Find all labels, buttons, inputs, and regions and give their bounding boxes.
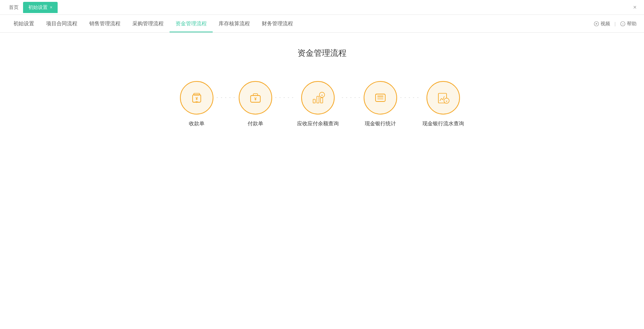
window-close-button[interactable]: × bbox=[630, 4, 640, 11]
receipt-icon: ¥ bbox=[189, 90, 205, 106]
flow-label-cash-bank-flow: 现金银行流水查询 bbox=[422, 120, 464, 127]
flow-arrow-4: - - - - - bbox=[397, 95, 422, 100]
video-link[interactable]: 视频 bbox=[594, 20, 610, 27]
flow-item-balance-query[interactable]: ¥ 应收应付余额查询 bbox=[297, 81, 339, 127]
svg-text:¥: ¥ bbox=[254, 97, 257, 101]
nav-fund-mgmt[interactable]: 资金管理流程 bbox=[170, 15, 213, 32]
flow-label-receipt: 收款单 bbox=[189, 120, 205, 127]
svg-text:¥: ¥ bbox=[445, 100, 447, 103]
balance-query-icon: ¥ bbox=[310, 90, 326, 106]
svg-rect-11 bbox=[317, 96, 319, 103]
play-circle-icon bbox=[594, 21, 599, 26]
help-link[interactable]: ? 帮助 bbox=[620, 20, 637, 27]
flow-item-cash-bank-flow[interactable]: ¥ 现金银行流水查询 bbox=[422, 81, 464, 127]
nav-inventory-calc[interactable]: 库存核算流程 bbox=[213, 15, 256, 32]
flow-label-payment: 付款单 bbox=[248, 120, 263, 127]
svg-rect-12 bbox=[321, 98, 323, 103]
cash-bank-flow-icon: ¥ bbox=[435, 90, 451, 106]
tab-label: 初始设置 bbox=[28, 4, 48, 11]
svg-marker-1 bbox=[596, 23, 598, 25]
svg-text:?: ? bbox=[622, 22, 624, 26]
tab-close-icon[interactable]: × bbox=[50, 5, 52, 10]
svg-rect-15 bbox=[376, 94, 385, 101]
flow-circle-balance-query: ¥ bbox=[301, 81, 335, 114]
svg-text:¥: ¥ bbox=[321, 94, 323, 97]
flow-arrow-2: - - - - - bbox=[272, 95, 297, 100]
nav-project-contract[interactable]: 项目合同流程 bbox=[40, 15, 83, 32]
home-tab[interactable]: 首页 bbox=[4, 4, 23, 11]
flow-item-payment[interactable]: ¥ 付款单 bbox=[239, 81, 272, 127]
question-circle-icon: ? bbox=[620, 21, 625, 26]
nav-bar: 初始设置 项目合同流程 销售管理流程 采购管理流程 资金管理流程 库存核算流程 … bbox=[0, 15, 644, 33]
flow-arrow-1: - - - - - bbox=[213, 95, 238, 100]
flow-label-balance-query: 应收应付余额查询 bbox=[297, 120, 339, 127]
flow-circle-payment: ¥ bbox=[239, 81, 272, 114]
page-title: 资金管理流程 bbox=[7, 48, 637, 59]
flow-label-cash-bank-stats: 现金银行统计 bbox=[365, 120, 396, 127]
cash-bank-stats-icon bbox=[372, 90, 389, 106]
flow-circle-cash-bank-stats bbox=[364, 81, 397, 114]
svg-rect-5 bbox=[194, 93, 200, 95]
flow-row: ¥ 收款单 - - - - - ¥ 付款单 bbox=[7, 81, 637, 127]
flow-arrow-3: - - - - - bbox=[339, 95, 364, 100]
flow-circle-cash-bank-flow: ¥ bbox=[426, 81, 460, 114]
payment-icon: ¥ bbox=[247, 90, 264, 106]
main-content: 资金管理流程 ¥ 收款单 - - - - - bbox=[0, 33, 644, 329]
top-bar-right: × bbox=[630, 4, 640, 11]
flow-circle-receipt: ¥ bbox=[180, 81, 213, 114]
nav-finance-mgmt[interactable]: 财务管理流程 bbox=[256, 15, 299, 32]
nav-purchase-mgmt[interactable]: 采购管理流程 bbox=[126, 15, 170, 32]
nav-sales-mgmt[interactable]: 销售管理流程 bbox=[83, 15, 126, 32]
svg-rect-10 bbox=[313, 99, 315, 103]
initial-setup-tab[interactable]: 初始设置 × bbox=[23, 2, 58, 13]
flow-item-receipt[interactable]: ¥ 收款单 bbox=[180, 81, 213, 127]
flow-item-cash-bank-stats[interactable]: 现金银行统计 bbox=[364, 81, 397, 127]
nav-right-actions: 视频 | ? 帮助 bbox=[594, 20, 637, 27]
top-bar: 首页 初始设置 × × bbox=[0, 0, 644, 15]
nav-initial-setup[interactable]: 初始设置 bbox=[7, 15, 40, 32]
svg-text:¥: ¥ bbox=[196, 96, 198, 101]
